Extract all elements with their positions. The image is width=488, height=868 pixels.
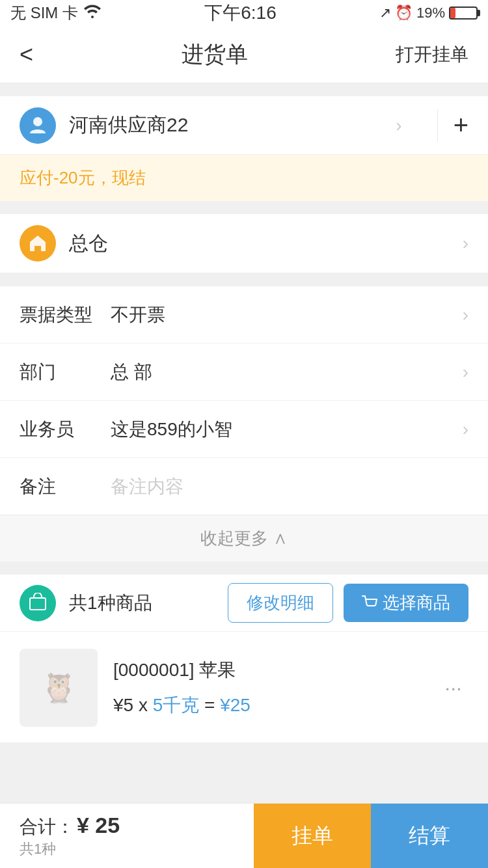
dept-row[interactable]: 部门 总 部 ›: [0, 343, 488, 400]
quantity: 5千克: [153, 695, 200, 715]
total-count: 共1种: [20, 839, 234, 859]
total-label: 合计：: [20, 815, 74, 839]
hang-label: 挂单: [291, 822, 333, 850]
status-right: ↗ ⏰ 19%: [379, 5, 478, 21]
section-gap-4: [0, 562, 488, 575]
cart-icon: [362, 595, 377, 611]
products-icon: [20, 585, 56, 621]
svg-rect-1: [34, 246, 41, 251]
section-gap-1: [0, 83, 488, 96]
warehouse-row[interactable]: 总仓 ›: [0, 214, 488, 273]
checkout-label: 结算: [409, 822, 450, 850]
open-hang-button[interactable]: 打开挂单: [396, 42, 468, 67]
battery-percent: 19%: [416, 5, 445, 21]
invoice-row[interactable]: 票据类型 不开票 ›: [0, 286, 488, 343]
select-btn-label: 选择商品: [383, 591, 450, 614]
add-button[interactable]: +: [454, 111, 468, 140]
supplier-chevron-icon: ›: [396, 115, 401, 136]
products-header: 共1种商品 修改明细 选择商品: [0, 575, 488, 632]
invoice-value: 不开票: [111, 303, 463, 327]
owl-placeholder-icon: 🦉: [41, 671, 77, 705]
notice-bar: 应付-20元，现结: [0, 155, 488, 201]
supplier-avatar: [20, 107, 56, 144]
equals-sign: =: [204, 695, 220, 715]
product-item: 🦉 [0000001] 苹果 ¥5 x 5千克 = ¥25 ···: [0, 633, 488, 743]
product-price: ¥5 x 5千克 = ¥25: [113, 693, 438, 718]
dept-value: 总 部: [111, 360, 463, 385]
page-title: 进货单: [182, 40, 248, 70]
back-button[interactable]: <: [20, 41, 33, 68]
note-label: 备注: [20, 474, 111, 499]
form-section: 票据类型 不开票 › 部门 总 部 › 业务员 这是859的小智 › 备注 备注…: [0, 286, 488, 515]
product-info: [0000001] 苹果 ¥5 x 5千克 = ¥25: [113, 658, 438, 718]
battery-icon: [449, 7, 478, 20]
warehouse-section: 总仓 ›: [0, 214, 488, 273]
products-section: 共1种商品 修改明细 选择商品 🦉 [0000001] 苹果 ¥5 x 5千克 …: [0, 575, 488, 743]
sales-label: 业务员: [20, 417, 111, 442]
checkout-button[interactable]: 结算: [371, 804, 488, 868]
note-input[interactable]: 备注内容: [111, 474, 468, 499]
product-thumbnail: 🦉: [20, 649, 98, 727]
sales-row[interactable]: 业务员 这是859的小智 ›: [0, 400, 488, 457]
warehouse-name: 总仓: [69, 230, 463, 257]
sales-chevron-icon: ›: [463, 419, 468, 440]
supplier-row[interactable]: 河南供应商22 › +: [0, 96, 488, 155]
select-product-button[interactable]: 选择商品: [344, 584, 468, 622]
sales-value: 这是859的小智: [111, 417, 463, 442]
svg-rect-2: [30, 598, 46, 610]
status-time: 下午6:16: [204, 1, 277, 25]
product-title: 苹果: [199, 660, 236, 680]
product-more-button[interactable]: ···: [438, 670, 468, 707]
notice-text: 应付-20元，现结: [20, 168, 146, 187]
product-name: [0000001] 苹果: [113, 658, 438, 683]
subtotal: ¥25: [220, 695, 251, 715]
nav-bar: < 进货单 打开挂单: [0, 26, 488, 83]
unit-price: ¥5: [113, 695, 133, 715]
hang-button[interactable]: 挂单: [254, 804, 371, 868]
status-bar: 无 SIM 卡 下午6:16 ↗ ⏰ 19%: [0, 0, 488, 26]
svg-point-0: [33, 117, 42, 126]
collapse-bar[interactable]: 收起更多 ∧: [0, 515, 488, 562]
collapse-label: 收起更多 ∧: [200, 527, 287, 550]
supplier-divider: [437, 109, 438, 142]
edit-detail-button[interactable]: 修改明细: [228, 583, 333, 623]
product-count-text: 共1种商品: [69, 591, 228, 616]
status-left: 无 SIM 卡: [10, 3, 102, 23]
supplier-section: 河南供应商22 › + 应付-20元，现结: [0, 96, 488, 201]
total-amount: ¥ 25: [77, 813, 120, 838]
section-gap-3: [0, 273, 488, 286]
location-icon: ↗: [379, 5, 391, 21]
warehouse-icon: [20, 225, 56, 262]
dept-chevron-icon: ›: [463, 362, 468, 383]
supplier-name: 河南供应商22: [69, 112, 396, 139]
warehouse-chevron-icon: ›: [463, 233, 468, 254]
bottom-bar: 合计： ¥ 25 共1种 挂单 结算: [0, 803, 488, 868]
multiply-sign: x: [139, 695, 153, 715]
alarm-icon: ⏰: [395, 5, 413, 21]
invoice-label: 票据类型: [20, 303, 111, 327]
total-section: 合计： ¥ 25 共1种: [0, 804, 254, 868]
note-row[interactable]: 备注 备注内容: [0, 457, 488, 515]
section-gap-2: [0, 201, 488, 214]
invoice-chevron-icon: ›: [463, 305, 468, 325]
carrier-text: 无 SIM 卡: [10, 3, 78, 23]
product-code: [0000001]: [113, 660, 195, 680]
dept-label: 部门: [20, 360, 111, 385]
wifi-icon: [83, 4, 102, 22]
